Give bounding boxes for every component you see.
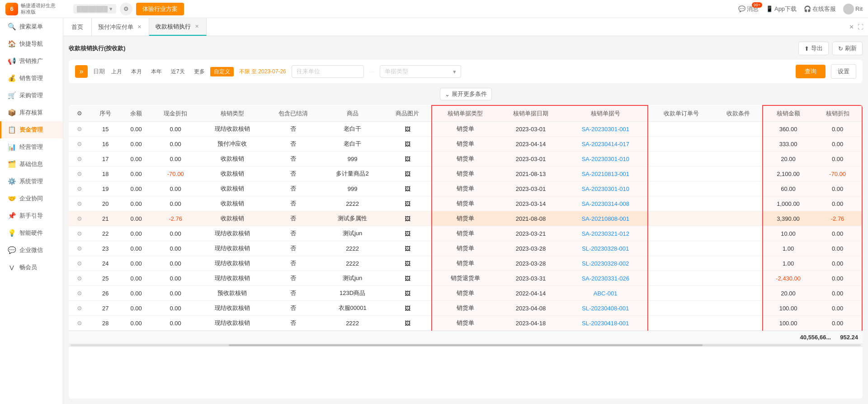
tab-home[interactable]: 首页 xyxy=(63,18,92,36)
sidebar-item-quick[interactable]: 🏠快捷导航 xyxy=(0,35,63,52)
more-chip[interactable]: 更多 xyxy=(190,67,208,76)
bill-link[interactable]: ABC-001 xyxy=(594,290,618,297)
maximize-icon[interactable]: ⛶ xyxy=(858,24,863,30)
cell-bill_no[interactable]: SL-20230328-002 xyxy=(563,256,648,271)
cell-bill_no[interactable]: SA-20210808-001 xyxy=(563,211,648,226)
cell-receipt_order_no xyxy=(648,181,714,196)
sidebar-item-newbie[interactable]: 📌新手引导 xyxy=(0,207,63,224)
table-row: ⚙220.000.00现结收款核销否测试jun🖼销货单2023-03-21SA-… xyxy=(69,226,862,241)
this-month-chip[interactable]: 本月 xyxy=(127,67,146,76)
filter-settings-button[interactable]: 设置 xyxy=(831,64,856,79)
cell-goods: 123D商品 xyxy=(322,286,383,301)
cell-bill_no[interactable]: SA-20230331-026 xyxy=(563,271,648,286)
tab-close-icon[interactable]: ✕ xyxy=(193,24,200,30)
last7-chip[interactable]: 近7天 xyxy=(167,67,189,76)
user-menu[interactable]: Rit xyxy=(843,4,863,14)
cell-balance: 0.00 xyxy=(121,137,151,152)
filter-toggle-button[interactable]: » xyxy=(75,65,88,78)
table-row: ⚙230.000.00现结收款核销否2222🖼销货单2023-03-28SL-2… xyxy=(69,241,862,256)
custom-chip[interactable]: 自定义 xyxy=(210,67,234,76)
bill-type-select[interactable]: 单据类型 ▾ xyxy=(380,65,461,78)
bill-link[interactable]: SA-20230331-026 xyxy=(581,275,629,282)
bill-link[interactable]: SA-20230314-008 xyxy=(581,200,629,207)
bill-link[interactable]: SL-20230328-001 xyxy=(582,245,629,252)
cell-goods_img: 🖼 xyxy=(383,181,432,196)
counterparty-input[interactable]: 往来单位 xyxy=(292,65,364,78)
cell-settings: ⚙ xyxy=(69,226,90,241)
sidebar-item-member[interactable]: V畅会员 xyxy=(0,259,63,276)
date-label: 日期 xyxy=(93,67,105,76)
page-header: 收款核销执行(按收款) ⬆ 导出 ↻ 刷新 xyxy=(69,42,863,55)
sidebar-item-enterprise[interactable]: 🤝企业协同 xyxy=(0,190,63,207)
cell-bill_type: 销货单 xyxy=(432,286,498,301)
sidebar-item-finance[interactable]: 📋资金管理 xyxy=(0,121,63,138)
cell-bill_no[interactable]: SA-20210813-001 xyxy=(563,166,648,181)
cell-verify_type: 收款核销 xyxy=(199,211,265,226)
cell-cash_discount: 0.00 xyxy=(151,196,199,211)
cell-bill_no[interactable]: SL-20230418-001 xyxy=(563,316,648,331)
cell-verify_discount: 0.00 xyxy=(813,316,862,331)
cell-bill_no[interactable]: SA-20230301-010 xyxy=(563,152,648,166)
sidebar-item-biz[interactable]: 📊经营管理 xyxy=(0,138,63,156)
close-window-icon[interactable]: ✕ xyxy=(849,24,854,30)
page-title: 收款核销执行(按收款) xyxy=(69,44,126,52)
cell-bill_date: 2021-08-13 xyxy=(498,166,564,181)
cell-bill_no[interactable]: SA-20230314-008 xyxy=(563,196,648,211)
cell-balance: 0.00 xyxy=(121,152,151,166)
sales-icon: 💰 xyxy=(8,74,16,82)
sidebar-label: 经营管理 xyxy=(19,143,43,151)
expand-conditions-button[interactable]: ⌄ 展开更多条件 xyxy=(440,88,492,100)
cell-num: 25 xyxy=(90,271,121,286)
newbie-icon: 📌 xyxy=(8,212,16,220)
bill-link[interactable]: SA-20230321-012 xyxy=(581,230,629,237)
col-header-included: 包含已结清 xyxy=(265,105,321,122)
sidebar-item-hardware[interactable]: 💡智能硬件 xyxy=(0,224,63,242)
cell-bill_no[interactable]: SL-20230408-001 xyxy=(563,301,648,316)
refresh-button[interactable]: ↻ 刷新 xyxy=(832,42,863,55)
bill-link[interactable]: SA-20230301-001 xyxy=(581,126,629,133)
cell-bill_no[interactable]: SA-20230321-012 xyxy=(563,226,648,241)
bill-link[interactable]: SA-20210808-001 xyxy=(581,215,629,222)
bill-link[interactable]: SL-20230408-001 xyxy=(582,305,629,312)
cell-bill_no[interactable]: ABC-001 xyxy=(563,286,648,301)
this-year-chip[interactable]: 本年 xyxy=(147,67,165,76)
bill-link[interactable]: SA-20210813-001 xyxy=(581,171,629,177)
company-selector[interactable]: ████████ ▾ xyxy=(73,4,116,14)
sidebar-item-system[interactable]: ⚙️系统管理 xyxy=(0,173,63,190)
sidebar-item-basic[interactable]: 🗂️基础信息 xyxy=(0,156,63,173)
bill-link[interactable]: SA-20230301-010 xyxy=(581,185,629,192)
sidebar-item-inventory[interactable]: 📦库存核算 xyxy=(0,104,63,121)
export-button[interactable]: ⬆ 导出 xyxy=(798,42,829,55)
cell-balance: 0.00 xyxy=(121,122,151,137)
cell-bill_no[interactable]: SL-20230328-001 xyxy=(563,241,648,256)
notification-button[interactable]: 💬 消息 99+ xyxy=(738,5,759,13)
bill-link[interactable]: SL-20230418-001 xyxy=(582,320,629,327)
bill-link[interactable]: SA-20230301-010 xyxy=(581,156,629,162)
col-header-receipt_condition: 收款条件 xyxy=(714,105,763,122)
query-button[interactable]: 查询 xyxy=(796,65,826,78)
cell-verify_type: 收款核销 xyxy=(199,196,265,211)
bill-link[interactable]: SA-20230414-017 xyxy=(581,141,629,147)
app-download-button[interactable]: 📱 App下载 xyxy=(766,5,797,13)
sidebar-item-search[interactable]: 🔍搜索菜单 xyxy=(0,18,63,35)
tab-collect[interactable]: 收款核销执行✕ xyxy=(149,18,207,36)
industry-solution-button[interactable]: 体验行业方案 xyxy=(136,3,184,15)
cell-goods: 2222 xyxy=(322,196,383,211)
tab-prepay[interactable]: 预付冲应付单✕ xyxy=(92,18,149,36)
online-service-button[interactable]: 🎧 在线客服 xyxy=(804,5,836,13)
horizontal-scrollbar[interactable] xyxy=(69,343,863,347)
sidebar-item-sales[interactable]: 💰销售管理 xyxy=(0,70,63,87)
settings-icon[interactable]: ⚙ xyxy=(120,3,132,15)
cell-bill_no[interactable]: SA-20230301-010 xyxy=(563,181,648,196)
sidebar-item-wechat[interactable]: 💬企业微信 xyxy=(0,242,63,259)
bill-link[interactable]: SL-20230328-002 xyxy=(582,260,629,267)
tab-close-icon[interactable]: ✕ xyxy=(136,24,142,30)
top-bar: 6 畅捷通谱好生意 标准版 ████████ ▾ ⚙ 体验行业方案 💬 消息 9… xyxy=(0,0,868,18)
cell-bill_no[interactable]: SA-20230414-017 xyxy=(563,137,648,152)
cell-bill_no[interactable]: SA-20230301-001 xyxy=(563,122,648,137)
sidebar-item-purchase[interactable]: 🛒采购管理 xyxy=(0,87,63,104)
cell-included: 否 xyxy=(265,226,321,241)
last-month-chip[interactable]: 上月 xyxy=(108,67,126,76)
cell-verify_discount: 0.00 xyxy=(813,241,862,256)
sidebar-item-marketing[interactable]: 📢营销推广 xyxy=(0,52,63,70)
